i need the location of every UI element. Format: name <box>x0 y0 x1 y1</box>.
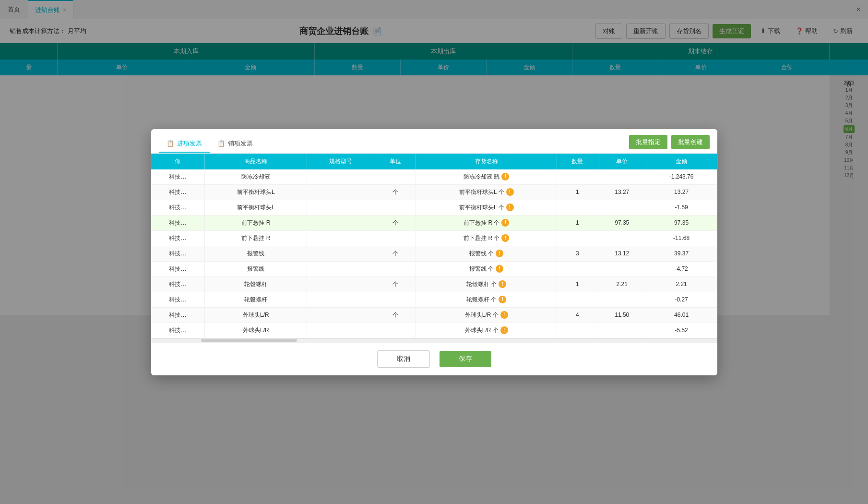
horizontal-scrollbar[interactable] <box>151 338 717 342</box>
cell-amount: -1,243.76 <box>646 169 717 185</box>
cell-amount: -11.68 <box>646 230 717 246</box>
cell-price <box>598 230 646 246</box>
dialog-actions: 批量指定 批量创建 <box>629 135 710 153</box>
cell-price <box>598 200 646 215</box>
cell-qty <box>557 261 598 276</box>
warn-icon: ! <box>501 219 509 227</box>
cell-product-name: 外球头L/R <box>205 323 307 338</box>
cell-inventory: 轮毂螺杆 个 ! <box>416 292 557 307</box>
cell-product-name: 前下悬挂 R <box>205 215 307 230</box>
cell-qty <box>557 169 598 185</box>
cell-qty <box>557 323 598 338</box>
cell-amount: -4.72 <box>646 261 717 276</box>
cell-supplier: 科技… <box>151 323 205 338</box>
cell-unit: 个 <box>375 307 416 323</box>
cell-qty: 1 <box>557 184 598 200</box>
cell-spec <box>307 200 375 215</box>
cell-qty <box>557 200 598 215</box>
dialog-close-button[interactable]: × <box>706 134 710 142</box>
cell-spec <box>307 184 375 200</box>
cell-inventory: 前下悬挂 R 个 ! <box>416 215 557 230</box>
cancel-button[interactable]: 取消 <box>377 350 430 368</box>
cell-price: 13.27 <box>598 184 646 200</box>
table-row: 科技…外球头L/R外球头L/R 个 !-5.52 <box>151 323 717 338</box>
dialog-footer: 取消 保存 <box>151 342 717 375</box>
table-row: 科技…轮毂螺杆个轮毂螺杆 个 !12.212.21 <box>151 276 717 292</box>
cell-unit <box>375 230 416 246</box>
cell-supplier: 科技… <box>151 215 205 230</box>
cell-supplier: 科技… <box>151 184 205 200</box>
cell-amount: 46.01 <box>646 307 717 323</box>
tab-purchase-invoice[interactable]: 📋 进项发票 <box>159 135 210 153</box>
sales-invoice-label: 销项发票 <box>228 139 253 148</box>
modal-overlay[interactable]: 📋 进项发票 📋 销项发票 批量指定 批量创建 × 你 商品名称 <box>0 0 868 504</box>
cell-amount: 2.21 <box>646 276 717 292</box>
cell-price: 13.12 <box>598 246 646 261</box>
batch-assign-button[interactable]: 批量指定 <box>629 135 667 149</box>
dialog-header: 📋 进项发票 📋 销项发票 批量指定 批量创建 × <box>151 129 717 154</box>
table-row: 科技…外球头L/R个外球头L/R 个 !411.5046.01 <box>151 307 717 323</box>
cell-supplier: 科技… <box>151 246 205 261</box>
warn-icon: ! <box>506 188 514 196</box>
cell-inventory: 轮毂螺杆 个 ! <box>416 276 557 292</box>
cell-product-name: 报警线 <box>205 261 307 276</box>
cell-unit <box>375 323 416 338</box>
cell-price: 97.35 <box>598 215 646 230</box>
cell-unit <box>375 200 416 215</box>
cell-qty: 4 <box>557 307 598 323</box>
cell-product-name: 前平衡杆球头L <box>205 184 307 200</box>
warn-icon: ! <box>496 250 503 257</box>
cell-product-name: 报警线 <box>205 246 307 261</box>
cell-supplier: 科技… <box>151 200 205 215</box>
cell-inventory: 前平衡杆球头L 个 ! <box>416 200 557 215</box>
cell-amount: -0.27 <box>646 292 717 307</box>
cell-product-name: 轮毂螺杆 <box>205 276 307 292</box>
cell-spec <box>307 215 375 230</box>
warn-icon: ! <box>506 204 514 211</box>
tab-sales-invoice[interactable]: 📋 销项发票 <box>210 135 261 153</box>
warn-icon: ! <box>501 173 509 180</box>
cell-supplier: 科技… <box>151 292 205 307</box>
cell-amount: -5.52 <box>646 323 717 338</box>
cell-spec <box>307 323 375 338</box>
cell-price: 11.50 <box>598 307 646 323</box>
dialog-table: 你 商品名称 规格型号 单位 存货名称 数量 单价 金额 科技…防冻冷却液防冻冷… <box>151 154 717 338</box>
cell-inventory: 外球头L/R 个 ! <box>416 307 557 323</box>
cell-inventory: 防冻冷却液 瓶 ! <box>416 169 557 185</box>
table-row: 科技…轮毂螺杆轮毂螺杆 个 !-0.27 <box>151 292 717 307</box>
cell-supplier: 科技… <box>151 307 205 323</box>
cell-amount: 13.27 <box>646 184 717 200</box>
th-col1: 你 <box>151 154 205 169</box>
cell-qty <box>557 230 598 246</box>
cell-inventory: 报警线 个 ! <box>416 246 557 261</box>
cell-price <box>598 169 646 185</box>
th-price: 单价 <box>598 154 646 169</box>
cell-unit: 个 <box>375 246 416 261</box>
cell-spec <box>307 169 375 185</box>
warn-icon: ! <box>496 265 503 273</box>
cell-product-name: 防冻冷却液 <box>205 169 307 185</box>
cell-spec <box>307 307 375 323</box>
cell-unit <box>375 292 416 307</box>
cell-inventory: 报警线 个 ! <box>416 261 557 276</box>
cell-unit: 个 <box>375 276 416 292</box>
warn-icon: ! <box>499 296 506 303</box>
cell-price: 2.21 <box>598 276 646 292</box>
th-product-name: 商品名称 <box>205 154 307 169</box>
table-row: 科技…前下悬挂 R个前下悬挂 R 个 !197.3597.35 <box>151 215 717 230</box>
cell-amount: 97.35 <box>646 215 717 230</box>
scrollbar-thumb[interactable] <box>201 339 297 342</box>
table-row: 科技…前下悬挂 R前下悬挂 R 个 !-11.68 <box>151 230 717 246</box>
cell-qty: 1 <box>557 215 598 230</box>
table-row: 科技…报警线报警线 个 !-4.72 <box>151 261 717 276</box>
batch-create-button[interactable]: 批量创建 <box>671 135 710 149</box>
cell-qty: 3 <box>557 246 598 261</box>
cell-spec <box>307 246 375 261</box>
cell-supplier: 科技… <box>151 230 205 246</box>
th-qty: 数量 <box>557 154 598 169</box>
cell-unit: 个 <box>375 215 416 230</box>
cell-price <box>598 323 646 338</box>
save-button[interactable]: 保存 <box>440 351 491 367</box>
cell-spec <box>307 230 375 246</box>
cell-unit <box>375 169 416 185</box>
